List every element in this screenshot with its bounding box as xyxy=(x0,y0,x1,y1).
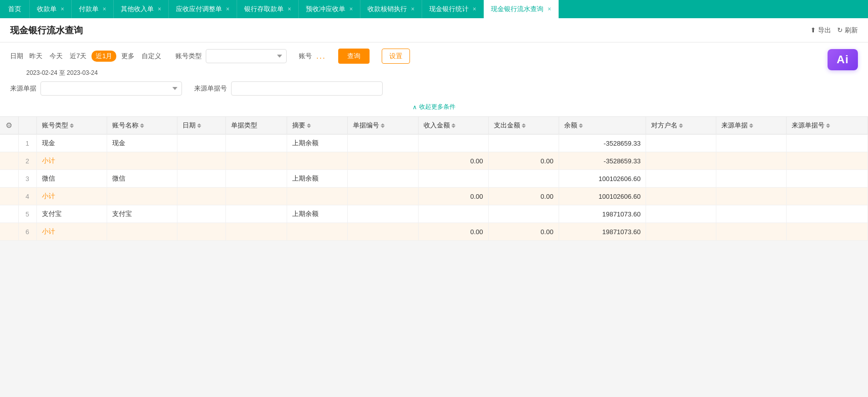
row-gear xyxy=(0,223,18,241)
nav-close-icon[interactable]: × xyxy=(349,6,353,13)
col-expense[interactable]: 支出金额 xyxy=(488,117,559,135)
table-row[interactable]: 6 小计 0.00 0.00 19871073.60 xyxy=(0,223,868,241)
row-date xyxy=(177,170,225,188)
table-row[interactable]: 4 小计 0.00 0.00 100102606.60 xyxy=(0,188,868,205)
refresh-button[interactable]: ↻ 刷新 xyxy=(837,26,858,35)
filter-row-1: 日期 昨天 今天 近7天 近1月 更多 自定义 账号类型 现金 微信 支付宝 账… xyxy=(10,49,858,64)
row-gear xyxy=(0,135,18,152)
row-number: 4 xyxy=(18,188,36,205)
query-button[interactable]: 查询 xyxy=(338,49,370,64)
row-expense xyxy=(488,170,559,188)
nav-close-icon[interactable]: × xyxy=(103,6,106,13)
col-source-doc[interactable]: 来源单据 xyxy=(716,117,787,135)
nav-item-home[interactable]: 首页 xyxy=(0,0,30,18)
row-source-doc-no xyxy=(787,135,868,152)
col-balance[interactable]: 余额 xyxy=(559,117,646,135)
row-counterparty xyxy=(646,170,716,188)
date-custom[interactable]: 自定义 xyxy=(140,51,163,62)
date-label: 日期 xyxy=(10,52,23,61)
nav-item-label: 收款核销执行 xyxy=(368,5,407,14)
row-summary: 上期余额 xyxy=(287,170,348,188)
row-summary: 上期余额 xyxy=(287,205,348,223)
collapse-bar[interactable]: ∧ 收起更多条件 xyxy=(10,101,858,112)
date-1month[interactable]: 近1月 xyxy=(92,51,116,62)
nav-item-bank-deposit[interactable]: 银行存取款单 × xyxy=(237,0,299,18)
header-actions: ⬆ 导出 ↻ 刷新 xyxy=(810,26,858,35)
nav-item-ar-ap-adjust[interactable]: 应收应付调整单 × xyxy=(169,0,237,18)
row-account-name xyxy=(107,188,177,205)
nav-item-advance-receipt[interactable]: 预收冲应收单 × xyxy=(299,0,360,18)
row-account-type: 小计 xyxy=(36,152,107,170)
nav-close-icon[interactable]: × xyxy=(411,6,415,13)
row-summary xyxy=(287,152,348,170)
col-account-type[interactable]: 账号类型 xyxy=(36,117,107,135)
row-source-doc-no xyxy=(787,205,868,223)
nav-item-receipt-exec[interactable]: 收款核销执行 × xyxy=(360,0,422,18)
nav-item-label: 付款单 xyxy=(79,5,99,14)
row-income: 0.00 xyxy=(418,152,488,170)
table-row[interactable]: 1 现金 现金 上期余额 -3528659.33 xyxy=(0,135,868,152)
col-counterparty[interactable]: 对方户名 xyxy=(646,117,716,135)
row-counterparty xyxy=(646,188,716,205)
table-settings-gear[interactable]: ⚙ xyxy=(6,121,12,129)
nav-item-cash-flow[interactable]: 现金银行流水查询 × xyxy=(484,0,559,18)
source-doc-select[interactable] xyxy=(40,81,182,96)
row-doc-no xyxy=(348,170,418,188)
col-doc-type[interactable]: 单据类型 xyxy=(225,117,287,135)
date-today[interactable]: 今天 xyxy=(48,51,65,62)
date-yesterday[interactable]: 昨天 xyxy=(27,51,44,62)
nav-item-receipt[interactable]: 收款单 × xyxy=(30,0,72,18)
col-summary[interactable]: 摘要 xyxy=(287,117,348,135)
col-income[interactable]: 收入金额 xyxy=(418,117,488,135)
row-date xyxy=(177,152,225,170)
col-date[interactable]: 日期 xyxy=(177,117,225,135)
account-type-select[interactable]: 现金 微信 支付宝 xyxy=(206,49,287,63)
nav-item-label: 现金银行统计 xyxy=(429,5,469,14)
row-gear xyxy=(0,152,18,170)
table-row[interactable]: 5 支付宝 支付宝 上期余额 19871073.60 xyxy=(0,205,868,223)
row-source-doc-no xyxy=(787,170,868,188)
row-summary: 上期余额 xyxy=(287,135,348,152)
col-row-num xyxy=(18,117,36,135)
row-source-doc xyxy=(716,135,787,152)
col-account-name[interactable]: 账号名称 xyxy=(107,117,177,135)
row-expense: 0.00 xyxy=(488,223,559,241)
table-row[interactable]: 2 小计 0.00 0.00 -3528659.33 xyxy=(0,152,868,170)
row-source-doc xyxy=(716,152,787,170)
settings-button[interactable]: 设置 xyxy=(382,49,410,64)
source-doc-no-filter-group: 来源单据号 xyxy=(194,81,383,96)
account-dots[interactable]: ... xyxy=(316,52,326,61)
table-row[interactable]: 3 微信 微信 上期余额 100102606.60 xyxy=(0,170,868,188)
row-summary xyxy=(287,188,348,205)
row-doc-type xyxy=(225,205,287,223)
export-button[interactable]: ⬆ 导出 xyxy=(810,26,831,35)
row-number: 3 xyxy=(18,170,36,188)
account-label: 账号 xyxy=(299,52,312,61)
nav-close-icon[interactable]: × xyxy=(61,6,64,13)
row-number: 6 xyxy=(18,223,36,241)
nav-item-cash-stats[interactable]: 现金银行统计 × xyxy=(422,0,484,18)
source-doc-no-label: 来源单据号 xyxy=(194,84,227,93)
col-source-doc-no[interactable]: 来源单据号 xyxy=(787,117,868,135)
nav-item-payment[interactable]: 付款单 × xyxy=(72,0,114,18)
row-number: 1 xyxy=(18,135,36,152)
export-icon: ⬆ xyxy=(810,26,816,34)
nav-close-icon[interactable]: × xyxy=(547,6,551,13)
row-counterparty xyxy=(646,135,716,152)
row-number: 5 xyxy=(18,205,36,223)
row-account-type: 小计 xyxy=(36,188,107,205)
row-doc-no xyxy=(348,188,418,205)
row-source-doc-no xyxy=(787,223,868,241)
nav-close-icon[interactable]: × xyxy=(226,6,230,13)
row-source-doc xyxy=(716,188,787,205)
nav-close-icon[interactable]: × xyxy=(158,6,161,13)
col-doc-no[interactable]: 单据编号 xyxy=(348,117,418,135)
ai-badge[interactable]: Ai xyxy=(828,49,858,70)
nav-item-other-income[interactable]: 其他收入单 × xyxy=(114,0,169,18)
nav-close-icon[interactable]: × xyxy=(288,6,291,13)
nav-close-icon[interactable]: × xyxy=(473,6,476,13)
source-doc-no-input[interactable] xyxy=(231,81,383,96)
nav-item-label: 收款单 xyxy=(37,5,57,14)
date-more[interactable]: 更多 xyxy=(119,51,136,62)
date-7days[interactable]: 近7天 xyxy=(68,51,88,62)
